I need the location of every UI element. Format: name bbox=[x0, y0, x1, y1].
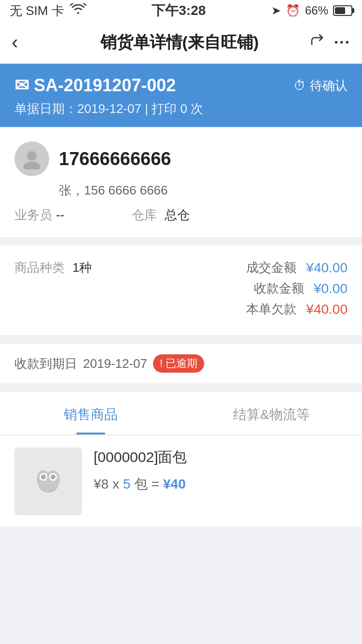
amount-label: 成交金额 bbox=[246, 259, 296, 276]
battery-icon bbox=[333, 5, 352, 16]
divider-1 bbox=[0, 238, 362, 246]
customer-sub-info: 张，156 6666 6666 bbox=[14, 182, 348, 199]
overdue-badge: ! 已逾期 bbox=[153, 354, 204, 373]
nav-right: ··· bbox=[309, 33, 350, 52]
divider-2 bbox=[0, 336, 362, 344]
salesperson-label: 业务员 bbox=[14, 207, 52, 224]
status-left: 无 SIM 卡 bbox=[10, 2, 86, 19]
divider-3 bbox=[0, 384, 362, 392]
wifi-icon bbox=[70, 3, 86, 18]
overdue-text: 已逾期 bbox=[166, 356, 197, 371]
carrier-label: 无 SIM 卡 bbox=[10, 2, 64, 19]
summary-section: 商品种类 1种 成交金额 ¥40.00 收款金额 ¥0.00 本单欠款 ¥40.… bbox=[0, 246, 362, 335]
warning-icon: ! bbox=[160, 357, 163, 370]
svg-point-6 bbox=[41, 475, 46, 479]
status-bar: 无 SIM 卡 下午3:28 ➤ ⏰ 66% bbox=[0, 0, 362, 21]
received-row: 收款金额 ¥0.00 bbox=[246, 280, 348, 297]
salesperson-item: 业务员 -- bbox=[14, 207, 64, 224]
time-label: 下午3:28 bbox=[152, 1, 206, 20]
status-right: ➤ ⏰ 66% bbox=[271, 4, 352, 17]
tab-settlement[interactable]: 结算&物流等 bbox=[181, 392, 362, 434]
warehouse-label: 仓库 bbox=[132, 207, 157, 224]
due-date-value: 2019-12-07 bbox=[83, 356, 147, 371]
nav-left: ‹ bbox=[12, 31, 50, 53]
summary-left: 商品种类 1种 bbox=[14, 259, 92, 276]
kind-label: 商品种类 bbox=[14, 259, 65, 276]
due-date-label: 收款到期日 bbox=[14, 355, 77, 372]
nav-bar: ‹ 销货单详情(来自旺铺) ··· bbox=[0, 21, 362, 64]
customer-section: 17666666666 张，156 6666 6666 业务员 -- 仓库 总仓 bbox=[0, 128, 362, 237]
clock-icon: ⏱ bbox=[293, 78, 306, 93]
product-name: [0000002]面包 bbox=[94, 448, 348, 467]
kind-row: 商品种类 1种 bbox=[14, 259, 92, 276]
tab-settlement-label: 结算&物流等 bbox=[233, 407, 310, 422]
page-title: 销货单详情(来自旺铺) bbox=[50, 31, 309, 54]
product-equals: = bbox=[152, 476, 163, 491]
alarm-icon: ⏰ bbox=[286, 4, 300, 17]
battery-label: 66% bbox=[305, 4, 328, 17]
more-button[interactable]: ··· bbox=[334, 33, 350, 52]
received-label: 收款金额 bbox=[254, 280, 304, 297]
back-button[interactable]: ‹ bbox=[12, 31, 18, 53]
product-total: ¥40 bbox=[163, 476, 186, 491]
svg-point-1 bbox=[24, 162, 40, 169]
customer-top: 17666666666 bbox=[14, 141, 348, 176]
product-info: [0000002]面包 ¥8 x 5 包 = ¥40 bbox=[94, 448, 348, 493]
due-date-section: 收款到期日 2019-12-07 ! 已逾期 bbox=[0, 344, 362, 383]
received-value: ¥0.00 bbox=[314, 281, 348, 296]
amount-row: 成交金额 ¥40.00 bbox=[246, 259, 348, 276]
avatar bbox=[14, 141, 49, 176]
product-unit: 包 bbox=[134, 476, 148, 491]
order-status: ⏱ 待确认 bbox=[293, 77, 348, 94]
warehouse-value: 总仓 bbox=[165, 207, 190, 224]
content-spacer bbox=[0, 528, 362, 644]
tabs-section: 销售商品 结算&物流等 bbox=[0, 392, 362, 435]
kind-value: 1种 bbox=[72, 259, 92, 276]
order-header-card: ✉ SA-20191207-002 ⏱ 待确认 单据日期：2019-12-07 … bbox=[0, 64, 362, 127]
debt-row: 本单欠款 ¥40.00 bbox=[246, 301, 348, 318]
product-unit-price: ¥8 bbox=[94, 476, 109, 491]
location-icon: ➤ bbox=[271, 4, 281, 17]
warehouse-item: 仓库 总仓 bbox=[132, 207, 190, 224]
amount-value: ¥40.00 bbox=[306, 260, 348, 276]
product-multiply: x bbox=[112, 476, 123, 491]
tab-sales-products[interactable]: 销售商品 bbox=[0, 392, 181, 434]
share-button[interactable] bbox=[309, 33, 324, 52]
svg-point-7 bbox=[51, 475, 56, 479]
svg-point-0 bbox=[27, 151, 37, 161]
debt-label: 本单欠款 bbox=[246, 301, 296, 318]
order-id: ✉ SA-20191207-002 bbox=[14, 75, 176, 96]
debt-value: ¥40.00 bbox=[306, 302, 348, 317]
product-section: [0000002]面包 ¥8 x 5 包 = ¥40 bbox=[0, 436, 362, 527]
product-thumbnail bbox=[14, 448, 82, 515]
customer-phone: 17666666666 bbox=[59, 149, 171, 169]
tab-sales-label: 销售商品 bbox=[64, 407, 118, 422]
email-icon: ✉ bbox=[14, 75, 29, 96]
customer-meta: 业务员 -- 仓库 总仓 bbox=[14, 207, 348, 224]
product-qty: 5 bbox=[123, 476, 131, 491]
salesperson-value: -- bbox=[56, 208, 64, 223]
summary-right: 成交金额 ¥40.00 收款金额 ¥0.00 本单欠款 ¥40.00 bbox=[246, 259, 348, 322]
product-price: ¥8 x 5 包 = ¥40 bbox=[94, 475, 348, 493]
order-header-top: ✉ SA-20191207-002 ⏱ 待确认 bbox=[14, 75, 348, 96]
order-date: 单据日期：2019-12-07 | 打印 0 次 bbox=[14, 100, 348, 117]
